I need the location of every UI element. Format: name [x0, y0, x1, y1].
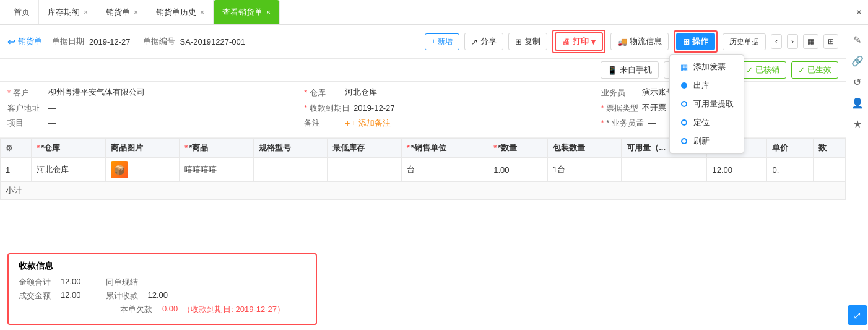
settings-icon[interactable]: ⚙: [6, 144, 13, 153]
ops-button[interactable]: ⊞ 操作: [676, 33, 715, 50]
copy-button[interactable]: ⊞ 复制: [508, 33, 547, 50]
staff-label: 业务员: [601, 87, 638, 98]
cell-seq: 1: [1, 158, 32, 182]
menu-item-add-invoice[interactable]: ▦ 添加发票: [670, 58, 744, 76]
due-label: 本单欠款: [120, 304, 157, 315]
tab-sales-history-close[interactable]: ×: [200, 8, 204, 17]
tab-sales-history-label: 销货单历史: [156, 7, 196, 18]
same-order-label: 同单现结: [106, 277, 143, 288]
total-value: 12.00: [61, 277, 81, 288]
total-field: 金额合计 12.00: [19, 277, 81, 288]
tab-view-sales[interactable]: 查看销货单 ×: [214, 0, 280, 24]
print-button[interactable]: 🖨 打印 ▾: [555, 32, 603, 51]
due-field: 本单欠款 0.00 （收款到期日: 2019-12-27）: [120, 304, 285, 315]
menu-item-locate[interactable]: 定位: [670, 113, 744, 132]
sidebar-refresh-icon[interactable]: ↺: [848, 72, 867, 92]
tab-view-sales-close[interactable]: ×: [266, 8, 271, 17]
th-settings[interactable]: ⚙: [1, 139, 32, 158]
payment-row-1: 金额合计 12.00 同单现结 ——: [19, 277, 306, 288]
refresh-icon: [680, 137, 688, 145]
ticket-type-value[interactable]: 不开票: [642, 102, 666, 114]
menu-item-available-qty[interactable]: 可用量提取: [670, 95, 744, 113]
product-table-container: ⚙ *仓库 商品图片 *商品 规格型号 最低库存 *销售单位 *数量 包装数量 …: [0, 138, 846, 248]
customer-value[interactable]: 柳州粤港平安气体有限公司: [48, 87, 145, 98]
sidebar-edit-icon[interactable]: ✎: [848, 30, 867, 50]
payment-title: 收款信息: [19, 261, 306, 272]
logistics-button[interactable]: 🚚 物流信息: [610, 33, 669, 50]
sidebar-user-icon[interactable]: 👤: [848, 93, 867, 113]
new-button[interactable]: + 新增: [425, 33, 459, 50]
canceled-icon: ✓: [746, 66, 753, 75]
payment-date-value[interactable]: 2019-12-27: [354, 103, 395, 113]
canceled-button[interactable]: ✓ 已核销: [739, 61, 786, 79]
cell-min-stock: [328, 158, 402, 182]
customer-field: 客户 柳州粤港平安气体有限公司: [7, 87, 304, 98]
outbound-icon: [680, 81, 688, 90]
print-icon: 🖨: [562, 37, 570, 46]
tab-inventory[interactable]: 库存期初 ×: [39, 0, 97, 24]
warehouse-value[interactable]: 河北仓库: [345, 87, 377, 98]
sidebar-expand-icon[interactable]: ⤢: [848, 305, 867, 325]
deal-amount-field: 成交金额 12.00: [19, 290, 81, 302]
ops-dropdown-menu: ▦ 添加发票 出库 可用量提取 定位 刷新: [669, 54, 744, 154]
from-phone-button[interactable]: 📱 来自手机: [601, 61, 659, 79]
th-spec: 规格型号: [253, 139, 328, 158]
add-note-button[interactable]: + + 添加备注: [345, 118, 390, 129]
cumulative-value: 12.00: [148, 290, 168, 302]
cell-price: 0.: [767, 158, 813, 182]
effective-icon: ✓: [798, 66, 805, 75]
copy-icon: ⊞: [515, 37, 522, 46]
cell-stock: 12.00: [707, 158, 767, 182]
same-order-field: 同单现结 ——: [106, 277, 164, 288]
menu-item-outbound[interactable]: 出库: [670, 76, 744, 95]
doc-meta: 单据日期 2019-12-27 单据编号 SA-20191227-001: [52, 36, 245, 47]
payment-date-label: 收款到期日: [304, 103, 350, 114]
cell-qty: 1.00: [488, 158, 547, 182]
tab-home[interactable]: 首页: [5, 0, 39, 24]
tab-inventory-close[interactable]: ×: [84, 8, 88, 17]
address-field: 客户地址 —: [7, 103, 304, 114]
history-button[interactable]: 历史单据: [723, 33, 766, 50]
tab-view-sales-label: 查看销货单: [222, 7, 263, 18]
prev-button[interactable]: ‹: [771, 34, 782, 49]
deal-amount-label: 成交金额: [19, 290, 56, 302]
due-value: 0.00: [162, 304, 178, 315]
ops-highlight-box: ⊞ 操作: [674, 30, 718, 53]
cell-pkg-qty: 1台: [547, 158, 622, 182]
tab-sales-close[interactable]: ×: [134, 8, 138, 17]
due-note: （收款到期日: 2019-12-27）: [183, 304, 285, 315]
th-price: 单价: [767, 139, 813, 158]
cumulative-label: 累计收款: [106, 290, 143, 302]
cell-product-img: 📦: [105, 158, 180, 182]
cell-product: 嘻嘻嘻嘻: [180, 158, 254, 182]
table-row: 1 河北仓库 📦 嘻嘻嘻嘻 台 1.00 1台 12.00 0.: [1, 158, 846, 182]
subtotal-row: 小计: [1, 182, 846, 200]
share-button[interactable]: ↗ 分享: [464, 33, 503, 50]
subtotal-label: 小计: [1, 182, 846, 200]
doc-date-value: 2019-12-27: [89, 37, 131, 46]
menu-item-refresh[interactable]: 刷新: [670, 132, 744, 150]
address-label: 客户地址: [7, 103, 45, 114]
th-product-img: 商品图片: [105, 139, 180, 158]
tab-bar-close-button[interactable]: ×: [856, 7, 862, 18]
grid1-button[interactable]: ▦: [803, 34, 818, 49]
warehouse-field: 仓库 河北仓库: [304, 87, 601, 98]
cell-warehouse: 河北仓库: [32, 158, 106, 182]
cumulative-field: 累计收款 12.00: [106, 290, 168, 302]
next-button[interactable]: ›: [787, 34, 798, 49]
logistics-icon: 🚚: [617, 37, 627, 46]
tab-sales[interactable]: 销货单 ×: [97, 0, 147, 24]
tab-sales-history[interactable]: 销货单历史 ×: [147, 0, 214, 24]
remark-field: 备注 + + 添加备注: [304, 118, 601, 129]
sidebar-star-icon[interactable]: ★: [848, 114, 867, 134]
tab-sales-label: 销货单: [106, 7, 130, 18]
tab-inventory-label: 库存期初: [48, 7, 80, 18]
grid2-button[interactable]: ⊞: [823, 34, 838, 49]
project-value: —: [48, 118, 56, 128]
same-order-value: ——: [148, 277, 164, 288]
sidebar-link-icon[interactable]: 🔗: [848, 51, 867, 71]
add-invoice-icon: ▦: [680, 63, 688, 71]
project-field: 项目 —: [7, 118, 304, 129]
effective-button[interactable]: ✓ 已生效: [791, 61, 838, 79]
payment-row-3: 本单欠款 0.00 （收款到期日: 2019-12-27）: [19, 304, 306, 315]
